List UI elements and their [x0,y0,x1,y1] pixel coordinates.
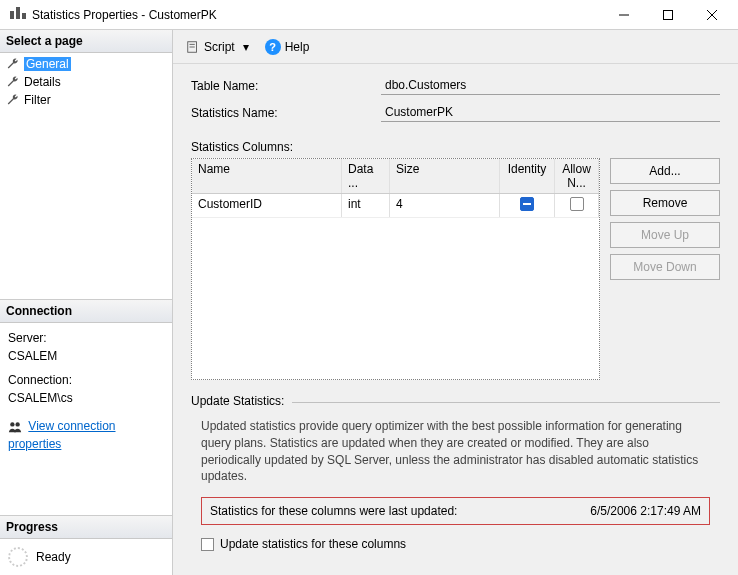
people-icon [8,420,22,434]
minimize-button[interactable] [602,0,646,30]
move-down-button[interactable]: Move Down [610,254,720,280]
move-up-button[interactable]: Move Up [610,222,720,248]
sidebar: Select a page General Details Filter Con… [0,30,173,575]
script-label: Script [204,40,235,54]
cell-data: int [342,194,390,217]
script-button[interactable]: Script ▾ [181,36,254,58]
stats-columns-label: Statistics Columns: [191,140,720,154]
allownull-checkbox-icon [570,197,584,211]
server-label: Server: [8,329,164,347]
last-updated-box: Statistics for these columns were last u… [201,497,710,525]
page-item-general[interactable]: General [0,55,172,73]
cell-allow [555,194,599,217]
columns-grid[interactable]: Name Data ... Size Identity Allow N... C… [191,158,600,380]
connection-label: Connection: [8,371,164,389]
update-stats-description: Updated statistics provide query optimiz… [191,418,720,485]
toolbar: Script ▾ ? Help [173,30,738,64]
dropdown-arrow-icon: ▾ [243,40,249,54]
page-item-filter[interactable]: Filter [0,91,172,109]
table-name-value: dbo.Customers [381,76,720,95]
col-header-identity: Identity [500,159,555,193]
add-button[interactable]: Add... [610,158,720,184]
page-label: Details [24,75,61,89]
connection-body: Server: CSALEM Connection: CSALEM\cs Vie… [0,323,172,459]
cell-name: CustomerID [192,194,342,217]
title-bar: Statistics Properties - CustomerPK [0,0,738,30]
remove-button[interactable]: Remove [610,190,720,216]
server-value: CSALEM [8,347,164,365]
script-icon [186,40,200,54]
connection-value: CSALEM\cs [8,389,164,407]
update-stats-checkbox-label: Update statistics for these columns [220,537,406,551]
wrench-icon [6,57,20,71]
svg-point-4 [10,422,14,426]
stats-name-value: CustomerPK [381,103,720,122]
col-header-name: Name [192,159,342,193]
table-row[interactable]: CustomerID int 4 [192,194,599,218]
wrench-icon [6,75,20,89]
main-panel: Script ▾ ? Help Table Name: dbo.Customer… [173,30,738,575]
window-title: Statistics Properties - CustomerPK [32,8,602,22]
wrench-icon [6,93,20,107]
spinner-icon [8,547,28,567]
table-name-label: Table Name: [191,79,381,93]
help-label: Help [285,40,310,54]
col-header-allow: Allow N... [555,159,599,193]
view-connection-properties-link[interactable]: View connection properties [8,419,116,451]
update-stats-label: Update Statistics: [191,394,284,408]
progress-status: Ready [36,550,71,564]
grid-header: Name Data ... Size Identity Allow N... [192,159,599,194]
connection-header: Connection [0,299,172,323]
svg-point-5 [15,422,19,426]
col-header-data: Data ... [342,159,390,193]
progress-header: Progress [0,515,172,539]
page-item-details[interactable]: Details [0,73,172,91]
page-label: General [24,57,71,71]
update-stats-checkbox[interactable] [201,538,214,551]
identity-checkbox-icon [520,197,534,211]
close-button[interactable] [690,0,734,30]
cell-identity [500,194,555,217]
select-page-header: Select a page [0,30,172,53]
last-updated-label: Statistics for these columns were last u… [210,504,457,518]
last-updated-value: 6/5/2006 2:17:49 AM [590,504,701,518]
col-header-size: Size [390,159,500,193]
help-icon: ? [265,39,281,55]
page-label: Filter [24,93,51,107]
svg-rect-1 [664,10,673,19]
maximize-button[interactable] [646,0,690,30]
cell-size: 4 [390,194,500,217]
app-icon [10,7,26,23]
stats-name-label: Statistics Name: [191,106,381,120]
help-button[interactable]: ? Help [260,35,315,59]
